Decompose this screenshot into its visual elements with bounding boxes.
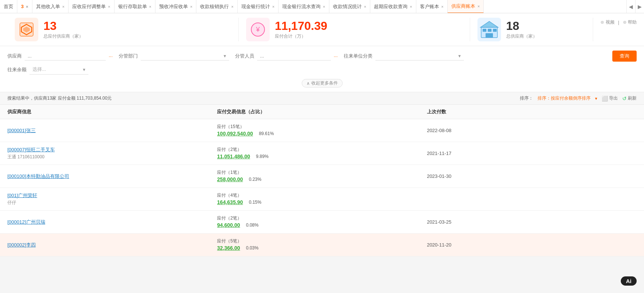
transaction-info: 应付（5笔） 32,366.00 0.03%	[217, 238, 427, 252]
tx-label: 应付（15笔）	[217, 124, 427, 130]
nav-arrow-left[interactable]: ◀	[626, 0, 635, 13]
summary-bar: 13 总应付供应商（家） ¥ 11,170.39 应付合计（万）	[0, 13, 644, 46]
balance-label: 往来余额	[7, 66, 27, 73]
nav-tab-collection-label: 收款核销执行	[200, 3, 229, 10]
svg-rect-7	[488, 29, 491, 32]
supplier-info: [000100]本特勤油品有限公司	[7, 173, 217, 180]
supplier-sub: 仔仔	[7, 200, 217, 206]
supplier-link[interactable]: [000002]李四	[7, 242, 36, 248]
close-icon[interactable]: ×	[149, 4, 151, 9]
supplier-link[interactable]: [000007]恒旺二手叉车	[7, 147, 55, 152]
refresh-button[interactable]: ↺ 刷新	[622, 95, 637, 101]
chevron-down-icon[interactable]: ▾	[595, 96, 597, 101]
supplier-input[interactable]	[25, 52, 106, 61]
nav-arrow-right[interactable]: ▶	[635, 0, 644, 13]
sort-select[interactable]: 排序：按应付余额倒序排序	[538, 95, 591, 101]
nav-tab-advance-label: 预收冲应收单	[159, 3, 188, 10]
close-icon[interactable]: ×	[108, 4, 110, 9]
supplier-link[interactable]: [000001]张三	[7, 128, 36, 133]
filter-balance: 往来余额 选择... ▾	[7, 65, 88, 75]
total-suppliers-value: 18	[506, 20, 537, 32]
person-input[interactable]	[257, 52, 331, 61]
close-icon[interactable]: ×	[190, 4, 192, 9]
transaction-info: 应付（4笔） 164,635.90 0.15%	[217, 192, 427, 206]
nav-tab-3[interactable]: 3 ×	[17, 0, 32, 13]
last-pay-date: 2023-01-30	[427, 173, 637, 179]
video-link[interactable]: ⊙ 视频	[601, 19, 614, 25]
close-icon[interactable]: ×	[272, 4, 274, 9]
nav-tab-home[interactable]: 首页	[0, 0, 17, 13]
nav-tab-overdue[interactable]: 超期应收款查询 ×	[370, 0, 416, 13]
top-navigation: 首页 3 × 其他收入单 × 应收应付调整单 × 银行存取款单 × 预收冲应收单…	[0, 0, 644, 13]
nav-tab-adjustment[interactable]: 应收应付调整单 ×	[69, 0, 114, 13]
nav-tab-bank[interactable]: 银行存取款单 ×	[115, 0, 155, 13]
results-bar: 搜索结果中，供应商13家 应付金额 111,703,854.00元 排序： 排序…	[0, 92, 644, 105]
nav-tab-customer[interactable]: 客户账本 ×	[416, 0, 448, 13]
balance-select[interactable]: 选择... ▾	[29, 65, 88, 75]
tx-amount[interactable]: 164,635.90	[217, 199, 243, 205]
nav-tab-collection[interactable]: 收款核销执行 ×	[196, 0, 237, 13]
export-button[interactable]: ⬜ 导出	[602, 95, 618, 101]
nav-tab-customer-label: 客户账本	[420, 3, 439, 10]
last-pay-date: 2021-03-25	[427, 219, 637, 225]
close-icon[interactable]: ×	[62, 4, 64, 9]
supplier-info: [000012]广州贝瑞	[7, 219, 217, 225]
category-select[interactable]: ▾	[375, 52, 464, 61]
video-icon: ⊙	[601, 20, 604, 25]
close-icon[interactable]: ×	[364, 4, 366, 9]
tx-amount[interactable]: 32,366.00	[217, 245, 240, 251]
close-icon[interactable]: ×	[323, 4, 325, 9]
tx-percent: 9.89%	[256, 154, 269, 159]
results-actions: 排序： 排序：按应付余额倒序排序 ▾ ⬜ 导出 ↺ 刷新	[520, 95, 637, 101]
transaction-info: 应付（1笔） 258,000.00 0.23%	[217, 169, 427, 183]
last-pay-date: 2022-08-08	[427, 128, 637, 133]
tx-label: 应付（4笔）	[217, 192, 427, 199]
tx-amount[interactable]: 258,000.00	[217, 176, 243, 182]
filter-area: 供应商 ··· 分管部门 ▾ 分管人员 ··· 往来单位分类 ▾ 查询 往来	[0, 46, 644, 92]
nav-tab-supplier[interactable]: 供应商账本 ×	[448, 0, 484, 13]
query-button[interactable]: 查询	[612, 51, 637, 62]
export-label: 导出	[609, 95, 618, 101]
filter-row-2: 往来余额 选择... ▾	[7, 65, 637, 75]
tx-amount[interactable]: 11,051,486.00	[217, 154, 250, 159]
summary-card-total-suppliers: 18 总供应商（家）	[470, 18, 593, 41]
supplier-link[interactable]: [000012]广州贝瑞	[7, 219, 45, 225]
close-icon[interactable]: ×	[441, 4, 444, 9]
transaction-info: 应付（2笔） 11,051,486.00 9.89%	[217, 146, 427, 160]
nav-tab-cash-flow[interactable]: 现金银行流水查询 ×	[279, 0, 329, 13]
summary-card-payable-total: ¥ 11,170.39 应付合计（万）	[239, 18, 470, 41]
help-link[interactable]: ⊙ 帮助	[623, 19, 637, 25]
table-row: [000007]恒旺二手叉车 王通 17106110000 应付（2笔） 11,…	[0, 142, 644, 165]
nav-tab-cash-stat[interactable]: 现金银行统计 ×	[238, 0, 279, 13]
filter-person: 分管人员 ···	[235, 52, 338, 61]
chevron-up-icon: ∧	[307, 81, 310, 86]
close-icon[interactable]: ×	[231, 4, 233, 9]
nav-tab-3-label: 3	[21, 4, 24, 9]
nav-tab-other-income[interactable]: 其他收入单 ×	[32, 0, 69, 13]
filter-category: 往来单位分类 ▾	[344, 52, 464, 61]
refresh-icon: ↺	[622, 96, 627, 101]
sort-label: 排序：	[520, 95, 533, 101]
nav-tab-overdue-label: 超期应收款查询	[374, 3, 407, 10]
tx-percent: 0.08%	[246, 223, 259, 228]
tx-amount[interactable]: 100,092,540.00	[217, 131, 253, 137]
svg-marker-10	[480, 21, 498, 27]
top-links: ⊙ 视频 | ⊙ 帮助	[593, 18, 637, 25]
dept-select[interactable]: ▾	[141, 52, 229, 61]
nav-tab-advance[interactable]: 预收冲应收单 ×	[155, 0, 196, 13]
close-icon[interactable]: ×	[410, 4, 412, 9]
close-icon[interactable]: ×	[477, 4, 480, 8]
close-icon[interactable]: ×	[26, 4, 28, 9]
supplier-link[interactable]: [001]广州荣轩	[7, 193, 37, 198]
nav-tab-collection-stat[interactable]: 收款情况统计 ×	[329, 0, 370, 13]
supplier-link[interactable]: [000100]本特勤油品有限公司	[7, 173, 69, 179]
person-more-icon[interactable]: ···	[334, 54, 338, 59]
ai-badge[interactable]: Ai	[621, 276, 637, 286]
nav-tab-supplier-label: 供应商账本	[451, 3, 475, 10]
table-row: [000012]广州贝瑞 应付（2笔） 94,600.00 0.08% 2021…	[0, 211, 644, 234]
supplier-more-icon[interactable]: ···	[109, 54, 113, 59]
payable-suppliers-icon	[15, 18, 38, 41]
balance-placeholder: 选择...	[32, 66, 81, 73]
collapse-button[interactable]: ∧ 收起更多条件	[302, 79, 343, 87]
tx-amount[interactable]: 94,600.00	[217, 222, 240, 228]
